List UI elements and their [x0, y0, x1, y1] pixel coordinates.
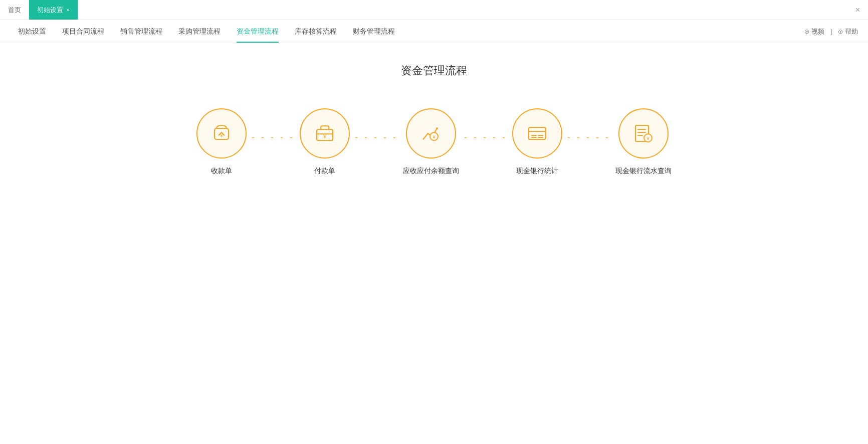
flow-item-balance[interactable]: ¥ 应收应付余额查询	[403, 108, 459, 176]
flow-label-cash: 现金银行统计	[516, 167, 558, 176]
connector-4: - - - - -	[562, 132, 615, 152]
connector-3: - - - - -	[459, 132, 512, 152]
flow-item-cash[interactable]: 现金银行统计	[512, 108, 562, 176]
connector-2: - - - - -	[350, 132, 403, 152]
pay-icon: ¥	[313, 121, 337, 145]
svg-point-5	[436, 127, 438, 129]
active-tab[interactable]: 初始设置 ×	[29, 0, 78, 20]
connector-1: - - - - -	[247, 132, 300, 152]
svg-text:¥: ¥	[646, 136, 649, 141]
svg-text:¥: ¥	[220, 133, 223, 138]
statement-icon: ¥	[631, 121, 656, 145]
flow-container: ¥ 收款单 - - - - - ¥ 付款单 - -	[158, 108, 710, 176]
cash-icon	[525, 121, 549, 145]
flow-circle-receive: ¥	[196, 108, 247, 159]
nav-item-inventory[interactable]: 库存核算流程	[287, 20, 345, 43]
flow-circle-statement: ¥	[618, 108, 669, 159]
flow-label-receive: 收款单	[211, 167, 232, 176]
nav-item-sales[interactable]: 销售管理流程	[112, 20, 170, 43]
nav-item-purchase[interactable]: 采购管理流程	[170, 20, 229, 43]
video-help-link[interactable]: ⊙ 视频	[804, 27, 824, 36]
tab-close-icon[interactable]: ×	[66, 7, 70, 14]
tab-label: 初始设置	[37, 6, 63, 15]
main-content: 资金管理流程 ¥ 收款单 - - - - -	[0, 43, 868, 196]
nav-help-area: ⊙ 视频 | ⊙ 帮助	[804, 27, 858, 36]
window-close-button[interactable]: ×	[855, 6, 860, 15]
flow-circle-pay: ¥	[300, 108, 350, 159]
flow-circle-cash	[512, 108, 562, 159]
doc-help-link[interactable]: ⊙ 帮助	[838, 27, 858, 36]
home-tab[interactable]: 首页	[0, 0, 29, 20]
flow-circle-balance: ¥	[406, 108, 456, 159]
home-label: 首页	[8, 6, 21, 15]
nav-item-project[interactable]: 项目合同流程	[54, 20, 112, 43]
nav-bar: 初始设置 项目合同流程 销售管理流程 采购管理流程 资金管理流程 库存核算流程 …	[0, 20, 868, 43]
nav-item-capital[interactable]: 资金管理流程	[229, 20, 287, 43]
balance-icon: ¥	[419, 121, 443, 145]
nav-item-init[interactable]: 初始设置	[10, 20, 54, 43]
top-bar-right: ×	[855, 6, 868, 15]
top-bar: 首页 初始设置 × ×	[0, 0, 868, 20]
flow-item-receive[interactable]: ¥ 收款单	[196, 108, 247, 176]
flow-label-statement: 现金银行流水查询	[615, 167, 672, 176]
flow-label-pay: 付款单	[314, 167, 335, 176]
page-title: 资金管理流程	[401, 63, 467, 78]
receive-icon: ¥	[209, 121, 234, 145]
svg-text:¥: ¥	[432, 134, 436, 139]
flow-item-statement[interactable]: ¥ 现金银行流水查询	[615, 108, 672, 176]
nav-item-finance[interactable]: 财务管理流程	[345, 20, 403, 43]
flow-label-balance: 应收应付余额查询	[403, 167, 459, 176]
svg-text:¥: ¥	[323, 134, 326, 139]
flow-item-pay[interactable]: ¥ 付款单	[300, 108, 350, 176]
